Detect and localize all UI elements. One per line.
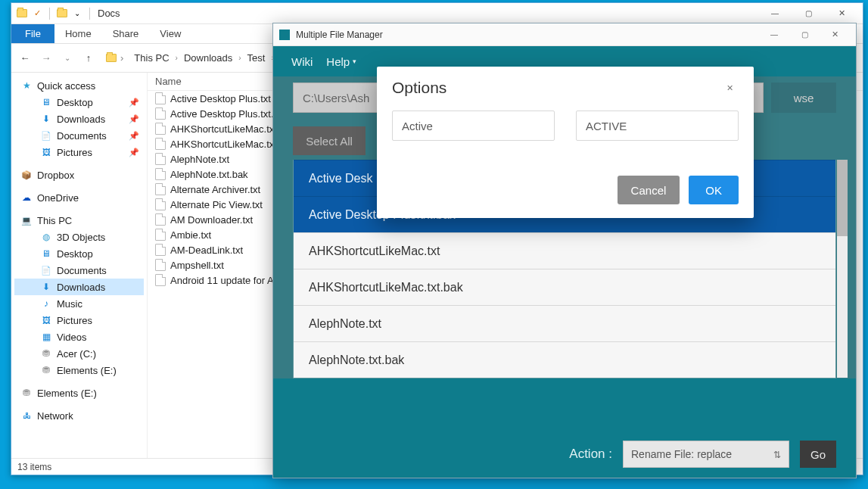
- select-all-button[interactable]: Select All: [293, 126, 366, 155]
- maximize-button[interactable]: [789, 24, 820, 45]
- tree-item-music[interactable]: Music: [14, 295, 144, 312]
- tab-home[interactable]: Home: [54, 24, 102, 43]
- app-icon: [279, 30, 290, 40]
- file-icon: [155, 123, 166, 135]
- menu-wiki[interactable]: Wiki: [291, 55, 313, 68]
- go-button[interactable]: Go: [800, 441, 836, 468]
- up-button[interactable]: [79, 49, 98, 67]
- tree-item-documents[interactable]: Documents📌: [14, 127, 144, 144]
- scrollbar-thumb[interactable]: [837, 160, 848, 236]
- breadcrumb[interactable]: This PC Downloads Test D: [131, 51, 290, 65]
- history-dropdown[interactable]: [58, 49, 76, 67]
- mfm-list-item[interactable]: AHKShortcutLikeMac.txt.bak: [294, 269, 835, 305]
- mfm-list-item[interactable]: AlephNote.txt: [294, 305, 835, 341]
- tree-item-acer-drive[interactable]: Acer (C:): [14, 345, 144, 362]
- mfm-titlebar[interactable]: Multiple File Manager: [273, 23, 856, 46]
- options-modal: Options Active ACTIVE Cancel OK: [377, 67, 754, 218]
- close-button[interactable]: [825, 3, 858, 24]
- tab-share[interactable]: Share: [102, 24, 150, 43]
- crumb-thispc[interactable]: This PC: [131, 51, 172, 65]
- browse-button[interactable]: wse: [771, 83, 836, 113]
- file-name: Alternate Pic View.txt: [170, 199, 263, 210]
- pc-icon: [20, 214, 33, 226]
- tree-label: Documents: [57, 130, 107, 142]
- replace-value: ACTIVE: [586, 120, 627, 132]
- pictures-icon: [40, 314, 52, 326]
- tree-dropbox[interactable]: Dropbox: [14, 167, 144, 183]
- action-label: Action :: [569, 447, 612, 462]
- tree-item-3dobjects[interactable]: 3D Objects: [14, 229, 144, 245]
- tree-item-downloads[interactable]: Downloads📌: [14, 111, 144, 127]
- scrollbar[interactable]: [837, 160, 848, 378]
- modal-title: Options: [392, 79, 446, 97]
- tree-thispc[interactable]: This PC: [14, 212, 144, 229]
- chevron-right-icon[interactable]: [120, 52, 123, 64]
- menu-help[interactable]: Help▾: [326, 55, 356, 68]
- tree-item-desktop[interactable]: Desktop📌: [14, 94, 144, 111]
- tree-label: Desktop: [57, 248, 93, 260]
- star-icon: [20, 79, 33, 92]
- file-icon: [155, 259, 166, 271]
- file-name: Active Desktop Plus.txt: [170, 93, 271, 104]
- dropbox-icon: [20, 169, 33, 181]
- file-name: AM Downloader.txt: [170, 214, 253, 226]
- explorer-titlebar[interactable]: Docs: [11, 3, 863, 24]
- maximize-button[interactable]: [792, 3, 825, 24]
- pin-icon: 📌: [129, 98, 139, 107]
- tree-network[interactable]: Network: [14, 407, 144, 424]
- tree-elements2[interactable]: Elements (E:): [14, 385, 144, 401]
- file-name: Android 11 update for ASU: [170, 275, 288, 286]
- tree-item-pictures[interactable]: Pictures📌: [14, 144, 144, 160]
- file-icon: [155, 244, 166, 256]
- tab-view[interactable]: View: [149, 24, 191, 43]
- tree-label: Quick access: [37, 80, 95, 92]
- action-bar: Action : Rename File: replace Go: [273, 431, 856, 478]
- download-icon: [40, 113, 52, 125]
- tree-label: Music: [57, 298, 82, 310]
- file-name: Alternate Archiver.txt: [170, 184, 260, 195]
- forward-button[interactable]: [37, 49, 55, 67]
- tab-file[interactable]: File: [11, 24, 54, 43]
- crumb-test[interactable]: Test: [244, 51, 269, 65]
- drive-icon: [40, 347, 52, 360]
- minimize-button[interactable]: [758, 3, 792, 24]
- tree-item-videos[interactable]: Videos: [14, 329, 144, 345]
- qat-dropdown-icon[interactable]: [71, 8, 83, 20]
- mfm-list-item[interactable]: AHKShortcutLikeMac.txt: [294, 232, 835, 269]
- tree-item-downloads2[interactable]: Downloads: [14, 279, 144, 295]
- select-caret-icon: [773, 448, 781, 460]
- tree-item-pictures2[interactable]: Pictures: [14, 312, 144, 329]
- drive-icon: [40, 364, 52, 376]
- find-input[interactable]: Active: [392, 111, 555, 141]
- close-button[interactable]: [820, 24, 850, 45]
- file-name: Ambie.txt: [170, 229, 211, 241]
- ok-button[interactable]: OK: [689, 176, 739, 204]
- file-icon: [155, 183, 166, 195]
- folder-icon: [105, 52, 117, 64]
- back-button[interactable]: [16, 49, 34, 67]
- tree-label: Elements (E:): [57, 365, 117, 376]
- tree-item-elements-drive[interactable]: Elements (E:): [14, 362, 144, 378]
- music-icon: [40, 297, 52, 310]
- mfm-list-item[interactable]: AlephNote.txt.bak: [294, 341, 835, 378]
- tree-quick-access[interactable]: Quick access: [14, 77, 144, 94]
- onedrive-icon: [20, 192, 33, 204]
- cancel-button[interactable]: Cancel: [618, 176, 680, 204]
- action-select-value: Rename File: replace: [631, 448, 732, 460]
- chevron-right-icon: [174, 54, 179, 62]
- tree-item-desktop2[interactable]: Desktop: [14, 245, 144, 262]
- tree-item-documents2[interactable]: Documents: [14, 262, 144, 279]
- qat-save-icon[interactable]: [31, 8, 43, 20]
- action-select[interactable]: Rename File: replace: [623, 441, 789, 468]
- modal-close-button[interactable]: [720, 79, 739, 97]
- path-value: C:\Users\Ash: [303, 92, 369, 104]
- file-icon: [155, 213, 166, 226]
- crumb-downloads[interactable]: Downloads: [181, 51, 235, 65]
- tree-onedrive[interactable]: OneDrive: [14, 189, 144, 206]
- tree-nav[interactable]: Quick access Desktop📌 Downloads📌 Documen…: [11, 73, 148, 458]
- minimize-button[interactable]: [759, 24, 789, 45]
- window-title: Docs: [98, 8, 120, 19]
- replace-input[interactable]: ACTIVE: [576, 111, 739, 141]
- file-name: AHKShortcutLikeMac.txt: [170, 123, 277, 135]
- file-icon: [155, 153, 166, 165]
